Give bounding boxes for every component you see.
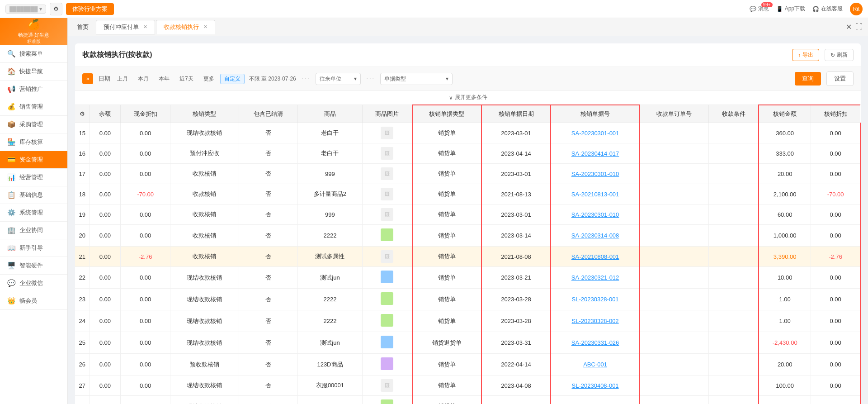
date-btn-7days[interactable]: 近7天: [175, 74, 198, 84]
cell-write-amount: 10.00: [759, 267, 811, 289]
th-settings[interactable]: ⚙: [75, 105, 90, 123]
avatar[interactable]: Rit: [850, 3, 863, 15]
sidebar-item-hardware[interactable]: 🖥️ 智能硬件: [0, 257, 67, 275]
cell-receipt-condition: [708, 310, 759, 332]
chevron-down-icon: ▾: [39, 6, 42, 12]
date-btn-custom[interactable]: 自定义: [220, 74, 245, 84]
settings-button[interactable]: ⚙: [50, 3, 62, 15]
tab-receipt[interactable]: 收款核销执行 ✕: [156, 20, 215, 34]
cell-product: 老白干: [298, 143, 362, 164]
cell-write-no[interactable]: SA-20230314-008: [551, 225, 640, 247]
date-filter-group: 日期 上月 本月 本年 近7天 更多 自定义 不限 至 2023-07-26: [99, 74, 296, 84]
cell-settled: 否: [239, 310, 298, 332]
sidebar-item-basic[interactable]: 📋 基础信息: [0, 186, 67, 204]
refresh-button[interactable]: ↻ 刷新: [825, 49, 854, 61]
date-btn-last-month[interactable]: 上月: [113, 74, 132, 84]
date-btn-this-month[interactable]: 本月: [134, 74, 153, 84]
setting-button[interactable]: 设置: [826, 71, 854, 86]
cell-discount: 0.00: [121, 204, 170, 225]
sidebar-item-operation[interactable]: 📊 经营管理: [0, 169, 67, 186]
expand-more-bar[interactable]: ∨ 展开更多条件: [75, 91, 861, 105]
cell-write-amount: 20.00: [759, 354, 811, 375]
table-row: 23 0.00 0.00 现结收款核销 否 2222 销货单 2023-03-2…: [75, 289, 860, 310]
sidebar-item-guide[interactable]: 📖 新手引导: [0, 239, 67, 257]
window-maximize-icon[interactable]: ⛶: [855, 23, 863, 31]
table-row: 22 0.00 0.00 现结收款核销 否 测试jun 销货单 2023-03-…: [75, 267, 860, 289]
sidebar: 🍊 畅捷通·好生意 标准版 🔍 搜索菜单 🏠 快捷导航 📢 营销推广 💰 销售管…: [0, 18, 68, 404]
cell-discount: 0.00: [121, 310, 170, 332]
sidebar-item-wechat[interactable]: 💬 企业微信: [0, 275, 67, 292]
cell-type: 现结收款核销: [170, 396, 239, 404]
cell-write-no[interactable]: ABC-001: [551, 354, 640, 375]
cell-write-type: 销货单: [412, 184, 481, 204]
cell-receipt-no: [640, 123, 708, 143]
date-btn-more[interactable]: 更多: [199, 74, 218, 84]
filter-toggle-button[interactable]: »: [82, 73, 93, 84]
window-close-icon[interactable]: ✕: [846, 23, 852, 31]
th-write-no: 核销单据号: [551, 105, 640, 123]
sidebar-item-finance[interactable]: 💳 资金管理: [0, 151, 67, 169]
sidebar-item-system[interactable]: ⚙️ 系统管理: [0, 204, 67, 222]
tab-prepay-close[interactable]: ✕: [143, 24, 147, 30]
cell-write-no[interactable]: SL-20230328-002: [551, 310, 640, 332]
sidebar-item-search[interactable]: 🔍 搜索菜单: [0, 45, 67, 63]
table-header-row: ⚙ 余额 现金折扣 核销类型 包含已结清 商品 商品图片 核销单据类型 核销单据…: [75, 105, 860, 123]
cell-type: 现结收款核销: [170, 310, 239, 332]
cell-balance: 0.00: [90, 310, 121, 332]
cell-write-no[interactable]: SA-20230321-012: [551, 267, 640, 289]
cell-write-no[interactable]: SA-20230414-017: [551, 143, 640, 164]
sidebar-item-quick[interactable]: 🏠 快捷导航: [0, 63, 67, 81]
cell-discount: 0.00: [121, 289, 170, 310]
cell-write-no[interactable]: SA-20230301-010: [551, 164, 640, 184]
sidebar-item-inventory[interactable]: 🏪 库存核算: [0, 133, 67, 151]
filter-bar: » 日期 上月 本月 本年 近7天 更多 自定义 不限 至 2023-07-26: [75, 67, 861, 91]
cell-receipt-no: [640, 247, 708, 267]
message-button[interactable]: 💬 消息 99+: [750, 5, 769, 13]
sidebar-item-purchase[interactable]: 📦 采购管理: [0, 116, 67, 133]
tab-home[interactable]: 首页: [70, 20, 96, 34]
cell-write-amount: 1,000.00: [759, 225, 811, 247]
cell-discount: 0.00: [121, 354, 170, 375]
cell-write-discount: 0.00: [811, 289, 860, 310]
cell-write-no[interactable]: SL-20230408-001: [551, 375, 640, 396]
bill-type-select[interactable]: 单据类型 ▾: [380, 73, 453, 85]
cell-product: 测试多属性: [298, 247, 362, 267]
industry-button[interactable]: 体验行业方案: [66, 3, 114, 15]
cell-write-date: 2023-03-31: [481, 332, 551, 354]
sidebar-item-member[interactable]: 👑 畅会员: [0, 292, 67, 310]
partner-select[interactable]: 往来单位 ▾: [316, 73, 361, 85]
sidebar-item-marketing[interactable]: 📢 营销推广: [0, 81, 67, 98]
cell-write-no[interactable]: SL-20230328-001: [551, 289, 640, 310]
cell-seq: 18: [75, 184, 90, 204]
app-icon: 📱: [776, 6, 783, 12]
cell-type: 现结收款核销: [170, 289, 239, 310]
bill-type-chevron-icon: ▾: [446, 76, 448, 82]
customer-service-button[interactable]: 🎧 在线客服: [812, 5, 843, 13]
cell-write-no[interactable]: SL-20230418-001: [551, 396, 640, 404]
cell-product-img: [362, 354, 412, 375]
tab-prepay[interactable]: 预付冲应付单 ✕: [96, 20, 155, 34]
cell-write-discount: 0.00: [811, 354, 860, 375]
cell-write-no[interactable]: SA-20210808-001: [551, 247, 640, 267]
tab-receipt-close[interactable]: ✕: [203, 24, 208, 30]
query-button[interactable]: 查询: [795, 72, 821, 86]
cell-receipt-condition: [708, 204, 759, 225]
company-select[interactable]: ████████ ▾: [5, 5, 46, 14]
cell-write-no[interactable]: SA-20230331-026: [551, 332, 640, 354]
cell-write-no[interactable]: SA-20230301-001: [551, 123, 640, 143]
cell-product-img: 🖼: [362, 164, 412, 184]
cell-product-img: [362, 310, 412, 332]
sidebar-item-company[interactable]: 🏢 企业协同: [0, 222, 67, 239]
export-button[interactable]: ↑ 导出: [792, 49, 819, 61]
operation-icon: 📊: [7, 173, 16, 181]
cell-receipt-no: [640, 225, 708, 247]
sidebar-item-sales[interactable]: 💰 销售管理: [0, 98, 67, 116]
cell-write-no[interactable]: SA-20230301-010: [551, 204, 640, 225]
cell-seq: 24: [75, 310, 90, 332]
date-btn-this-year[interactable]: 本年: [155, 74, 174, 84]
sidebar-label-sales: 销售管理: [19, 103, 43, 111]
cell-receipt-no: [640, 396, 708, 404]
app-download-button[interactable]: 📱 App下载: [776, 5, 805, 13]
cell-write-no[interactable]: SA-20210813-001: [551, 184, 640, 204]
cell-receipt-no: [640, 354, 708, 375]
